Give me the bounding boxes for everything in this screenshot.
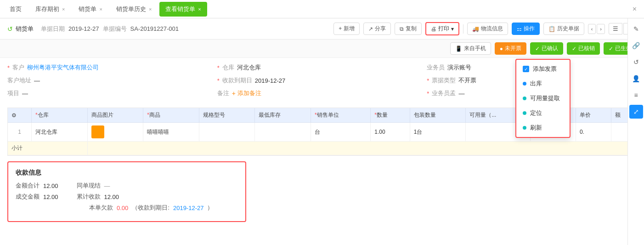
payment-date-required: * <box>217 77 220 84</box>
payment-info-row-1: 金额合计 12.00 同单现结 — <box>16 182 238 190</box>
cumulative-label: 累计收款 <box>77 193 101 201</box>
balance-label: 本单欠款 <box>89 204 113 212</box>
right-sidebar: ✎ 🔗 ↺ 👤 ≡ ⤢ <box>627 18 644 245</box>
cell-quantity: 1.00 <box>371 123 410 142</box>
add-invoice-checkbox: ✓ <box>523 66 529 72</box>
tab-home[interactable]: 首页 <box>4 2 28 17</box>
cumulative-item: 累计收款 12.00 <box>77 193 119 201</box>
payment-date-label: 收款到期日 <box>222 76 252 85</box>
tab-inventory[interactable]: 库存期初 × <box>29 2 71 17</box>
locate-dot <box>523 111 526 115</box>
dropdown-add-invoice[interactable]: ✓ 添加发票 <box>516 62 570 76</box>
history-label: 历史单据 <box>557 25 579 33</box>
print-dropdown-icon: ▾ <box>451 26 454 32</box>
new-button[interactable]: + 新增 <box>333 23 359 35</box>
outbound-label: 出库 <box>530 80 542 88</box>
tab-sale-order[interactable]: 销货单 × <box>73 2 108 17</box>
dropdown-locate[interactable]: 定位 <box>516 106 570 120</box>
tab-view-sale-close[interactable]: × <box>198 6 201 12</box>
address-field: 客户地址 — <box>7 76 217 85</box>
add-note-btn[interactable]: + 添加备注 <box>232 89 261 97</box>
tab-view-sale[interactable]: 查看销货单 × <box>159 2 207 17</box>
total-amount-value: 12.00 <box>43 182 58 189</box>
not-opened-label: 未开票 <box>505 45 521 52</box>
operations-button[interactable]: ⚏ 操作 <box>512 23 540 35</box>
doc-actions: + 新增 ↗ 分享 ⧉ 复制 🖨 打印 ▾ 🚚 物流信息 ⚏ 操作 <box>333 22 637 35</box>
from-mobile-label: 来自手机 <box>464 45 486 52</box>
operations-dropdown: ✓ 添加发票 出库 可用量提取 定位 刷新 <box>515 59 571 138</box>
tab-sale-history-label: 销货单历史 <box>116 5 146 13</box>
tab-sale-order-close[interactable]: × <box>99 6 102 12</box>
share-button[interactable]: ↗ 分享 <box>363 23 391 35</box>
dropdown-refresh[interactable]: 刷新 <box>516 120 570 135</box>
payment-info-box: 收款信息 金额合计 12.00 同单现结 — 成交金额 12.00 累计收款 1… <box>7 161 246 222</box>
cell-package-qty: 1台 <box>410 123 466 142</box>
edit-icon: ✎ <box>633 25 639 33</box>
cumulative-value: 12.00 <box>104 194 119 200</box>
add-invoice-label: 添加发票 <box>533 65 557 73</box>
col-settings[interactable]: ⚙ <box>8 108 31 123</box>
tab-bar: 首页 库存期初 × 销货单 × 销货单历史 × 查看销货单 × × <box>0 0 644 18</box>
subtotal-row: 小计 <box>8 142 636 155</box>
sales-staff-required: * <box>427 90 429 97</box>
doc-title-text: 销货单 <box>16 25 34 33</box>
tab-sale-history-close[interactable]: × <box>149 6 152 12</box>
confirmed-icon: ✓ <box>535 46 540 52</box>
cell-min-stock <box>255 123 311 142</box>
warehouse-value: 河北仓库 <box>237 63 261 72</box>
refresh-label: 刷新 <box>530 124 542 132</box>
nav-arrows: ‹ › <box>588 24 605 34</box>
total-amount-label: 金额合计 <box>16 182 40 190</box>
tab-sale-history[interactable]: 销货单历史 × <box>110 2 158 17</box>
window-close-btn[interactable]: × <box>629 5 640 13</box>
cancelled-btn[interactable]: ✓ 已核销 <box>567 42 600 55</box>
warehouse-label: 仓库 <box>222 63 234 72</box>
dropdown-available-qty[interactable]: 可用量提取 <box>516 91 570 106</box>
single-settlement-item: 同单现结 — <box>77 182 110 190</box>
cancelled-label: 已核销 <box>578 45 595 52</box>
sidebar-edit-icon[interactable]: ✎ <box>629 22 643 36</box>
transaction-value: 12.00 <box>43 194 58 200</box>
nav-next[interactable]: › <box>597 24 605 34</box>
ticket-type-value: 不开票 <box>458 76 476 85</box>
print-button[interactable]: 🖨 打印 ▾ <box>425 22 459 35</box>
print-icon: 🖨 <box>431 26 436 32</box>
cell-product-img <box>87 123 143 142</box>
expand-icon: ⤢ <box>633 108 639 115</box>
divider-1 <box>463 24 463 34</box>
confirmed-btn[interactable]: ✓ 已确认 <box>530 42 563 55</box>
tab-inventory-label: 库存期初 <box>35 5 59 13</box>
available-qty-label: 可用量提取 <box>530 94 560 103</box>
history-button[interactable]: 📋 历史单据 <box>543 23 584 35</box>
dropdown-outbound[interactable]: 出库 <box>516 76 570 91</box>
balance-item: 本单欠款 0.00 （收款到期日: 2019-12-27） <box>89 204 213 212</box>
nav-prev[interactable]: ‹ <box>588 24 596 34</box>
list-icon: ≡ <box>634 91 638 99</box>
sidebar-user-icon[interactable]: 👤 <box>629 72 643 85</box>
plus-icon: + <box>232 90 236 97</box>
tab-home-label: 首页 <box>10 5 22 13</box>
add-note-label: 添加备注 <box>237 89 261 97</box>
col-warehouse: *仓库 <box>31 108 87 123</box>
logistics-button[interactable]: 🚚 物流信息 <box>467 23 508 35</box>
cell-row-num: 1 <box>8 123 31 142</box>
tab-sale-order-label: 销货单 <box>79 5 96 13</box>
col-product: *商品 <box>143 108 199 123</box>
cell-sales-unit: 台 <box>311 123 371 142</box>
doc-header: ↺ 销货单 单据日期 2019-12-27 单据编号 SA-20191227-0… <box>0 18 644 40</box>
sidebar-refresh-icon[interactable]: ↺ <box>629 55 643 69</box>
project-value: — <box>22 90 28 97</box>
copy-button[interactable]: ⧉ 复制 <box>395 23 422 35</box>
sidebar-link-icon[interactable]: 🔗 <box>629 39 643 52</box>
tab-inventory-close[interactable]: × <box>62 6 65 12</box>
sidebar-list-icon[interactable]: ≡ <box>629 88 643 102</box>
subtotal-label: 小计 <box>8 142 87 155</box>
single-settlement-value: — <box>104 182 110 189</box>
balance-note-close: ） <box>207 204 213 212</box>
view-list[interactable]: ☰ <box>609 23 622 34</box>
from-mobile-btn[interactable]: 📱 来自手机 <box>450 42 491 55</box>
customer-value[interactable]: 柳州粤港平安气体有限公司 <box>27 63 99 72</box>
number-label: 单据编号 <box>103 25 127 33</box>
sidebar-expand-icon[interactable]: ⤢ <box>629 105 643 119</box>
not-opened-btn[interactable]: ● 未开票 <box>495 42 526 55</box>
